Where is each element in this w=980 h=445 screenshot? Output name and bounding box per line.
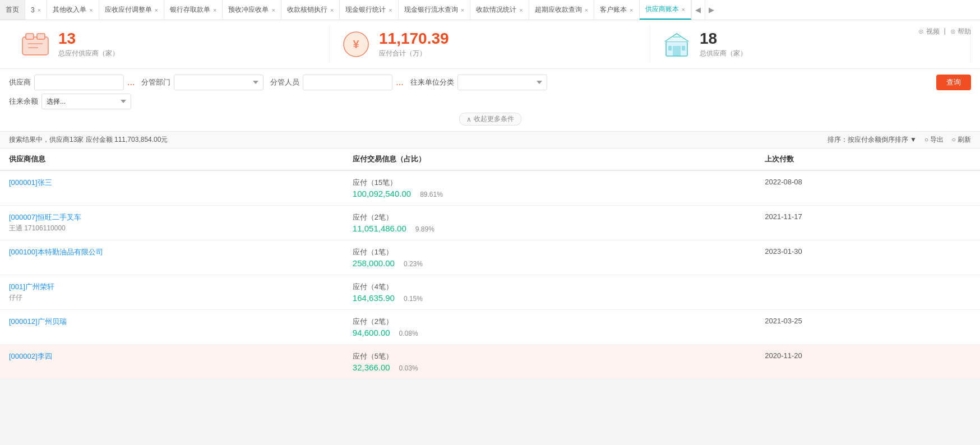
tx-row-3: 164,635.90 0.15% bbox=[353, 293, 765, 303]
close-tab-prereceive[interactable]: × bbox=[271, 7, 275, 13]
nav-tab-bank[interactable]: 银行存取款单 × bbox=[164, 0, 223, 20]
transaction-cell-1: 应付（2笔） 11,051,486.00 9.89% bbox=[353, 212, 765, 233]
nav-tab-recstat[interactable]: 收款情况统计 × bbox=[470, 0, 529, 20]
lastpay-cell-0: 2022-08-08 bbox=[765, 178, 971, 186]
nav-tab-overdue[interactable]: 超期应收款查询 × bbox=[529, 0, 594, 20]
nav-tab-income[interactable]: 其他收入单 × bbox=[47, 0, 99, 20]
data-table: 供应商信息 应付交易信息（占比） 上次付数 [000001]张三 应付（15笔）… bbox=[0, 149, 980, 379]
export-icon: ○ bbox=[924, 136, 931, 143]
total-payable-icon: ¥ bbox=[341, 29, 371, 59]
nav-tab-adjust-label: 应收应付调整单 bbox=[105, 5, 152, 15]
collapse-icon: ∧ bbox=[466, 115, 471, 123]
tx-row-1: 11,051,486.00 9.89% bbox=[353, 224, 765, 233]
nav-tab-3[interactable]: 3 × bbox=[25, 0, 47, 20]
supplier-sub-1: 王通 17106110000 bbox=[9, 224, 353, 233]
refresh-icon: ○ bbox=[951, 136, 958, 143]
collapse-button[interactable]: ∧ 收起更多条件 bbox=[459, 113, 521, 126]
collapse-label: 收起更多条件 bbox=[474, 114, 514, 124]
dept-filter-label: 分管部门 bbox=[141, 77, 170, 87]
nav-tab-custbook[interactable]: 客户账本 × bbox=[594, 0, 639, 20]
tx-label-2: 应付（1笔） bbox=[353, 247, 765, 257]
refresh-button[interactable]: ○ 刷新 bbox=[951, 135, 971, 145]
payable-supplier-label: 总应付供应商（家） bbox=[58, 49, 119, 58]
svg-rect-0 bbox=[22, 37, 48, 55]
table-row: [000007]恒旺二手叉车 王通 17106110000 应付（2笔） 11,… bbox=[0, 206, 980, 240]
card-info-total-suppliers: 18 总供应商（家） bbox=[700, 30, 747, 58]
balance-filter-select[interactable]: 选择... bbox=[41, 94, 131, 109]
svg-rect-10 bbox=[682, 46, 685, 50]
total-payable-amount: 11,170.39 bbox=[379, 30, 449, 48]
supplier-link-5[interactable]: [000002]李四 bbox=[9, 352, 52, 360]
supplier-link-2[interactable]: [000100]本特勤油品有限公司 bbox=[9, 248, 103, 256]
result-bar: 搜索结果中，供应商13家 应付金额 111,703,854.00元 排序：按应付… bbox=[0, 132, 980, 149]
nav-tab-prereceive[interactable]: 预收冲应收单 × bbox=[223, 0, 281, 20]
close-tab-supbook[interactable]: × bbox=[682, 6, 685, 13]
transaction-cell-0: 应付（15笔） 100,092,540.00 89.61% bbox=[353, 178, 765, 198]
nav-arrow-left[interactable]: ◀ bbox=[691, 0, 705, 20]
nav-tab-home[interactable]: 首页 bbox=[0, 0, 25, 20]
supplier-sub-3: 仔仔 bbox=[9, 293, 353, 303]
close-tab-3[interactable]: × bbox=[38, 7, 41, 13]
table-row: [000002]李四 应付（5笔） 32,366.00 0.03% 2020-1… bbox=[0, 345, 980, 379]
nav-tab-verify[interactable]: 收款核销执行 × bbox=[281, 0, 340, 20]
export-label: 导出 bbox=[930, 136, 944, 143]
dept-filter-select[interactable] bbox=[174, 75, 264, 90]
last-pay-date-5: 2020-11-20 bbox=[765, 351, 802, 360]
close-tab-adjust[interactable]: × bbox=[155, 7, 158, 13]
sort-arrow-icon: ▼ bbox=[910, 136, 917, 143]
tx-label-4: 应付（2笔） bbox=[353, 317, 765, 327]
nav-tab-supbook[interactable]: 供应商账本 × bbox=[640, 0, 691, 20]
table-row: [000100]本特勤油品有限公司 应付（1笔） 258,000.00 0.23… bbox=[0, 240, 980, 275]
lastpay-cell-5: 2020-11-20 bbox=[765, 351, 971, 360]
filter-supplier: 供应商 ... bbox=[9, 75, 135, 90]
nav-arrow-right[interactable]: ▶ bbox=[705, 0, 718, 20]
last-pay-date-1: 2021-11-17 bbox=[765, 212, 802, 221]
supplier-link-1[interactable]: [000007]恒旺二手叉车 bbox=[9, 213, 81, 221]
close-tab-custbook[interactable]: × bbox=[630, 7, 633, 13]
filter-category: 往来单位分类 bbox=[410, 75, 547, 90]
tx-amount-1[interactable]: 11,051,486.00 bbox=[353, 224, 406, 233]
supplier-link-3[interactable]: [001]广州荣轩 bbox=[9, 282, 54, 291]
svg-rect-8 bbox=[673, 46, 681, 56]
export-button[interactable]: ○ 导出 bbox=[924, 135, 944, 145]
close-tab-verify[interactable]: × bbox=[330, 7, 334, 13]
lastpay-cell-2: 2023-01-30 bbox=[765, 247, 971, 256]
close-tab-cashstat[interactable]: × bbox=[389, 7, 392, 13]
supplier-cell-5: [000002]李四 bbox=[9, 351, 353, 361]
tx-amount-2[interactable]: 258,000.00 bbox=[353, 258, 395, 268]
sort-label[interactable]: 排序：按应付余额倒序排序 ▼ bbox=[828, 135, 917, 145]
tx-label-3: 应付（4笔） bbox=[353, 282, 765, 292]
total-supplier-label: 总供应商（家） bbox=[700, 49, 747, 58]
category-filter-select[interactable] bbox=[457, 75, 547, 90]
total-payable-label: 应付合计（万） bbox=[379, 49, 449, 58]
svg-text:¥: ¥ bbox=[353, 38, 359, 50]
tx-percent-5: 0.03% bbox=[399, 364, 418, 372]
header-supplier: 供应商信息 bbox=[9, 154, 353, 164]
supplier-dots[interactable]: ... bbox=[127, 77, 135, 87]
supplier-link-4[interactable]: [000012]广州贝瑞 bbox=[9, 317, 67, 326]
supplier-link-0[interactable]: [000001]张三 bbox=[9, 178, 52, 187]
nav-tab-cashflow[interactable]: 现金银行流水查询 × bbox=[399, 0, 470, 20]
tx-row-2: 258,000.00 0.23% bbox=[353, 258, 765, 268]
nav-tab-adjust[interactable]: 应收应付调整单 × bbox=[99, 0, 164, 20]
video-link[interactable]: ⊙ 视频 bbox=[918, 27, 939, 36]
help-link[interactable]: ⊙ 帮助 bbox=[950, 27, 971, 36]
nav-tab-cashstat[interactable]: 现金银行统计 × bbox=[340, 0, 398, 20]
tx-percent-1: 9.89% bbox=[415, 225, 434, 233]
close-tab-recstat[interactable]: × bbox=[519, 7, 523, 13]
tx-amount-3[interactable]: 164,635.90 bbox=[353, 293, 395, 303]
person-dots[interactable]: ... bbox=[396, 77, 403, 87]
table-row: [000001]张三 应付（15笔） 100,092,540.00 89.61%… bbox=[0, 171, 980, 206]
query-button[interactable]: 查询 bbox=[936, 75, 971, 90]
tx-amount-0[interactable]: 100,092,540.00 bbox=[353, 189, 411, 198]
tx-amount-4[interactable]: 94,600.00 bbox=[353, 328, 390, 337]
close-tab-income[interactable]: × bbox=[89, 7, 93, 13]
result-summary: 搜索结果中，供应商13家 应付金额 111,703,854.00元 bbox=[9, 135, 168, 145]
close-tab-overdue[interactable]: × bbox=[585, 7, 588, 13]
close-tab-cashflow[interactable]: × bbox=[461, 7, 464, 13]
tx-amount-5[interactable]: 32,366.00 bbox=[353, 363, 390, 372]
close-tab-bank[interactable]: × bbox=[213, 7, 216, 13]
supplier-filter-input[interactable] bbox=[34, 75, 124, 90]
person-filter-input[interactable] bbox=[303, 75, 392, 90]
nav-tab-verify-label: 收款核销执行 bbox=[287, 5, 327, 15]
